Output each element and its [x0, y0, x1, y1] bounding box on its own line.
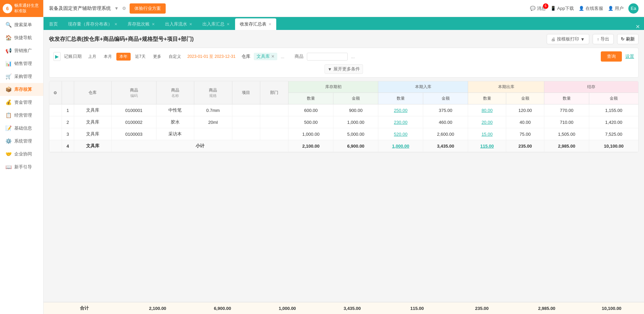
- expand-more-btn[interactable]: ▼ 展开更多条件: [325, 64, 363, 74]
- th-out-amt: 金额: [506, 93, 544, 104]
- row-in-qty[interactable]: 520.00: [378, 128, 423, 140]
- subtotal-opening-qty: 2,100.00: [288, 140, 333, 152]
- sidebar-item-inventory[interactable]: 📦 库存核算: [0, 83, 43, 96]
- th-out-qty: 数量: [468, 93, 506, 104]
- row-name: 胶水: [156, 116, 194, 128]
- sidebar-item-purchase[interactable]: 🛒 采购管理: [0, 70, 43, 83]
- goods-filter-label: 商品: [295, 53, 303, 60]
- trial-btn[interactable]: 体验行业方案: [130, 3, 166, 14]
- sidebar-item-guide[interactable]: 📖 新手引导: [0, 161, 43, 173]
- expand-icon: ▼: [328, 67, 332, 72]
- tab-close-recv-send[interactable]: ✕: [268, 22, 271, 27]
- date-btn-上月[interactable]: 上月: [85, 53, 99, 61]
- sidebar-item-search[interactable]: 🔍 搜索菜单: [0, 18, 43, 31]
- sidebar-label-search: 搜索菜单: [14, 22, 32, 28]
- total-bal-qty: 2,985.00: [514, 306, 579, 311]
- row-warehouse: 文具库: [74, 116, 112, 128]
- date-btn-自定义[interactable]: 自定义: [166, 53, 184, 61]
- search-icon: 🔍: [5, 22, 12, 28]
- sidebar-item-collab[interactable]: 🤝 企业协同: [0, 148, 43, 161]
- tab-stock-dist[interactable]: 现存量（库存分布表）✕: [63, 18, 122, 30]
- sidebar-item-sales[interactable]: 📊 销售管理: [0, 57, 43, 70]
- row-out-amt: 120.00: [506, 104, 544, 116]
- subtotal-out-amt: 235.00: [506, 140, 544, 152]
- inventory-icon: 📦: [5, 86, 12, 93]
- print-icon: 🖨: [551, 37, 556, 42]
- message-badge: 6: [543, 3, 548, 9]
- row-in-amt: 460.00: [423, 116, 468, 128]
- th-no: [62, 81, 74, 104]
- row-out-qty[interactable]: 15.00: [468, 128, 506, 140]
- row-no: 1: [62, 104, 74, 116]
- warehouse-more[interactable]: ...: [281, 54, 284, 59]
- date-btn-本月[interactable]: 本月: [101, 53, 115, 61]
- tab-close-inout-flow[interactable]: ✕: [189, 22, 192, 27]
- export-icon: ↑: [597, 37, 599, 42]
- row-settings[interactable]: [49, 104, 62, 116]
- tab-label-inout-summary: 出入库汇总: [202, 21, 225, 27]
- total-values: 2,100.00 6,900.00 1,000.00 3,435.00 115.…: [125, 306, 644, 311]
- settings-icon[interactable]: ⚙: [122, 6, 126, 11]
- row-in-qty[interactable]: 230.00: [378, 116, 423, 128]
- row-settings[interactable]: [49, 116, 62, 128]
- sidebar-item-system[interactable]: ⚙️ 系统管理: [0, 135, 43, 148]
- goods-more[interactable]: ...: [351, 54, 355, 59]
- row-out-qty[interactable]: 80.00: [468, 104, 506, 116]
- user-btn[interactable]: 👤 用户: [608, 5, 624, 12]
- row-bal-amt: 1,155.00: [589, 104, 638, 116]
- tab-recv-send[interactable]: 收发存汇总表✕: [235, 18, 276, 30]
- total-out-qty: 115.00: [385, 306, 450, 311]
- th-opening: 库存期初: [288, 81, 378, 93]
- export-btn[interactable]: ↑ 导出: [593, 34, 614, 44]
- row-settings[interactable]: [49, 128, 62, 140]
- th-dept: 部门: [260, 81, 288, 104]
- subtotal-in-qty: 1,000.00: [378, 140, 423, 152]
- print-btn[interactable]: 🖨 按模板打印 ▼: [547, 34, 589, 44]
- sidebar-item-quicknav[interactable]: 🏠 快捷导航: [0, 31, 43, 44]
- row-in-qty[interactable]: 250.00: [378, 104, 423, 116]
- row-opening-qty: 1,000.00: [288, 128, 333, 140]
- tab-close-inout-summary[interactable]: ✕: [227, 22, 230, 27]
- date-btn-本年[interactable]: 本年: [116, 53, 131, 61]
- date-btn-更多[interactable]: 更多: [150, 53, 164, 61]
- quicknav-icon: 🏠: [5, 35, 12, 41]
- topbar-left: 装备及固定资产辅助管理系统 ▼ ⚙ 体验行业方案: [49, 3, 166, 14]
- sidebar-item-marketing[interactable]: 📢 营销推广: [0, 44, 43, 57]
- row-code: 0100001: [112, 104, 156, 116]
- sidebar-logo: 6 畅库通好生意 标准版: [0, 0, 43, 17]
- warehouse-remove-btn[interactable]: ✕: [271, 54, 275, 59]
- tab-inout-summary[interactable]: 出入库汇总✕: [198, 18, 234, 30]
- sidebar-item-operations[interactable]: 📋 经营管理: [0, 109, 43, 122]
- tab-close-stock-dist[interactable]: ✕: [114, 22, 117, 27]
- sidebar-label-system: 系统管理: [14, 138, 32, 144]
- sidebar-item-finance[interactable]: 💰 资金管理: [0, 96, 43, 109]
- basic-icon: 📝: [5, 125, 12, 131]
- app-download-btn[interactable]: 📱 App下载: [550, 5, 574, 12]
- sidebar-label-purchase: 采购管理: [14, 73, 32, 80]
- query-btn[interactable]: 查询: [601, 51, 622, 62]
- row-out-qty[interactable]: 20.00: [468, 116, 506, 128]
- date-btn-近7天[interactable]: 近7天: [132, 53, 149, 61]
- row-bal-amt: 1,420.00: [589, 116, 638, 128]
- message-btn[interactable]: 💬 消息 6: [530, 5, 546, 12]
- row-bal-qty: 710.00: [544, 116, 589, 128]
- tab-inout-flow[interactable]: 出入库流水✕: [160, 18, 197, 30]
- sidebar-item-basic[interactable]: 📝 基础信息: [0, 122, 43, 135]
- page-container: 收发存汇总表(按仓库+商品编码+商品+规格型号+项目+部门) 🖨 按模板打印 ▼…: [44, 30, 644, 171]
- tab-home[interactable]: 首页: [44, 18, 63, 30]
- settings-link[interactable]: 设置: [625, 53, 634, 60]
- goods-input[interactable]: [307, 53, 348, 61]
- tab-batch[interactable]: 库存批次账✕: [123, 18, 160, 30]
- th-settings[interactable]: ⚙: [49, 81, 62, 104]
- tab-close-batch[interactable]: ✕: [152, 22, 155, 27]
- close-all-tabs-btn[interactable]: ✕: [631, 23, 644, 30]
- refresh-btn[interactable]: ↻ 刷新: [617, 34, 639, 44]
- logo-text-group: 畅库通好生意 标准版: [14, 3, 39, 14]
- filter-collapse-arrow[interactable]: ▶: [53, 52, 61, 61]
- app-download-label: App下载: [557, 5, 574, 12]
- refresh-icon: ↻: [621, 36, 625, 42]
- row-bal-qty: 770.00: [544, 104, 589, 116]
- online-service-btn[interactable]: 👤 在线客服: [579, 5, 603, 12]
- total-opening-amt: 6,900.00: [190, 306, 255, 311]
- marketing-icon: 📢: [5, 48, 12, 54]
